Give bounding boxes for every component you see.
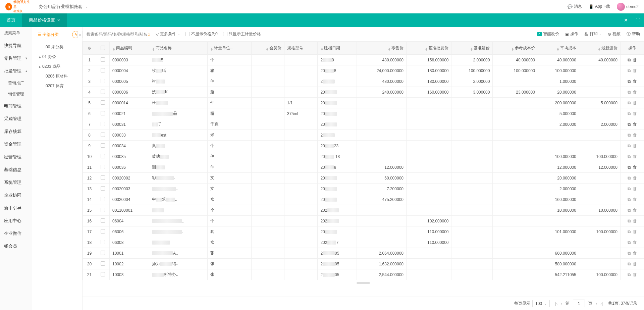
cell-check[interactable] bbox=[96, 98, 110, 108]
table-row[interactable]: 1400020004中笔..盒20475.200000160.000000⧉🗑 bbox=[83, 194, 644, 205]
sidebar-item[interactable]: 零售管理▼ bbox=[0, 52, 32, 65]
copy-icon[interactable]: ⧉ bbox=[628, 165, 631, 170]
search-icon[interactable]: ⌕ bbox=[148, 32, 150, 37]
account-dropdown-icon[interactable]: ⌄ bbox=[85, 5, 88, 8]
cell-check[interactable] bbox=[96, 216, 110, 226]
delete-icon[interactable]: 🗑 bbox=[633, 218, 637, 224]
cell-check[interactable] bbox=[96, 184, 110, 194]
col-name[interactable]: ▲▼商品名称 bbox=[149, 42, 207, 55]
search-input[interactable] bbox=[87, 32, 148, 37]
delete-icon[interactable]: 🗑 bbox=[633, 175, 637, 181]
table-row[interactable]: 6000021品瓶375mL205.000000⧉🗑 bbox=[83, 108, 644, 119]
print-button[interactable]: 🖶 打印 ⌄ bbox=[584, 31, 602, 37]
table-row[interactable]: 7000031子千克202.0000002.000000⧉🗑 bbox=[83, 119, 644, 130]
table-row[interactable]: 2010002扬力结..张2051,632.000000580.000000⧉🗑 bbox=[83, 259, 644, 269]
delete-icon[interactable]: 🗑 bbox=[633, 122, 637, 127]
more-filters-button[interactable]: ▽ 更多条件 ⌄ bbox=[156, 31, 180, 37]
col-gear[interactable]: ⚙ bbox=[83, 42, 96, 55]
col-code[interactable]: ▲▼商品编码 bbox=[110, 42, 149, 55]
copy-icon[interactable]: ⧉ bbox=[628, 240, 631, 245]
col-unit[interactable]: ▲▼计量单位... bbox=[207, 42, 251, 55]
table-row[interactable]: 11000036测件20812.00000012.00000012.000000… bbox=[83, 162, 644, 173]
copy-icon[interactable]: ⧉ bbox=[628, 229, 631, 235]
cell-check[interactable] bbox=[96, 162, 110, 173]
delete-icon[interactable]: 🗑 bbox=[633, 197, 637, 202]
copy-icon[interactable]: ⧉ bbox=[628, 154, 631, 159]
delete-icon[interactable]: 🗑 bbox=[633, 186, 637, 192]
close-icon[interactable]: ✕ bbox=[57, 18, 60, 22]
col-retail[interactable]: ▲▼零售价 bbox=[357, 42, 407, 55]
sidebar-sub-item[interactable]: 营销推广 bbox=[0, 78, 32, 89]
delete-icon[interactable]: 🗑 bbox=[633, 143, 637, 149]
table-row[interactable]: 1910001A..张2052,064.000000660.000000⧉🗑 bbox=[83, 248, 644, 259]
fullscreen-button[interactable]: ⛶ bbox=[632, 13, 644, 27]
table-row[interactable]: 2110003析特办..张2052,544.000000542.21105510… bbox=[83, 269, 644, 280]
col-wholesale[interactable]: ▲▼基准批发价 bbox=[407, 42, 451, 55]
table-row[interactable]: 1606004..个202102.000000⧉🗑 bbox=[83, 216, 644, 226]
copy-icon[interactable]: ⧉ bbox=[628, 261, 631, 267]
category-item[interactable]: 0206 原材料 bbox=[35, 71, 79, 81]
copy-icon[interactable]: ⧉ bbox=[628, 122, 631, 127]
cell-check[interactable] bbox=[96, 151, 110, 162]
cell-check[interactable] bbox=[96, 87, 110, 98]
operate-button[interactable]: ▣ 操作 bbox=[565, 31, 578, 37]
copy-icon[interactable]: ⧉ bbox=[628, 208, 631, 213]
pager-first[interactable]: |‹ bbox=[555, 301, 557, 306]
copy-icon[interactable]: ⧉ bbox=[628, 57, 631, 63]
table-row[interactable]: 8000033est米2⧉🗑 bbox=[83, 130, 644, 141]
category-item[interactable]: ▶01 办公 bbox=[35, 52, 79, 62]
cell-check[interactable] bbox=[96, 194, 110, 205]
delete-icon[interactable]: 🗑 bbox=[633, 68, 637, 73]
col-latest[interactable]: ▲▼最新进价 bbox=[579, 42, 620, 55]
cell-check[interactable] bbox=[96, 130, 110, 141]
copy-icon[interactable]: ⧉ bbox=[628, 68, 631, 73]
sidebar-item[interactable]: 采购管理 bbox=[0, 112, 32, 125]
pager-next[interactable]: › bbox=[596, 301, 597, 306]
copy-icon[interactable]: ⧉ bbox=[628, 251, 631, 256]
delete-icon[interactable]: 🗑 bbox=[633, 90, 637, 95]
copy-icon[interactable]: ⧉ bbox=[628, 186, 631, 192]
cell-check[interactable] bbox=[96, 76, 110, 87]
video-button[interactable]: ⊙ 视频 bbox=[608, 31, 621, 37]
delete-icon[interactable]: 🗑 bbox=[633, 208, 637, 213]
cell-check[interactable] bbox=[96, 248, 110, 259]
delete-icon[interactable]: 🗑 bbox=[633, 79, 637, 84]
per-page-select[interactable]: 100 ⌄ bbox=[532, 300, 550, 307]
sidebar-search[interactable]: 搜索菜单 bbox=[0, 27, 32, 39]
collapse-handle[interactable]: ‹‹ bbox=[77, 31, 83, 38]
delete-icon[interactable]: 🗑 bbox=[633, 272, 637, 277]
delete-icon[interactable]: 🗑 bbox=[633, 261, 637, 267]
table-row[interactable]: 9000034奥个2023⧉🗑 bbox=[83, 141, 644, 151]
table-row[interactable]: 1300020003..支207.2000002.000000⧉🗑 bbox=[83, 184, 644, 194]
sidebar-item[interactable]: 基础信息 bbox=[0, 163, 32, 176]
sidebar-item[interactable]: 电商管理 bbox=[0, 100, 32, 112]
messages-button[interactable]: 💬 消息 bbox=[568, 4, 582, 9]
delete-icon[interactable]: 🗑 bbox=[633, 57, 637, 63]
delete-icon[interactable]: 🗑 bbox=[633, 229, 637, 235]
copy-icon[interactable]: ⧉ bbox=[628, 218, 631, 224]
account-name[interactable]: 办公用品行业模拟账套 bbox=[39, 4, 83, 10]
sidebar-item[interactable]: 库存核算 bbox=[0, 125, 32, 138]
copy-icon[interactable]: ⧉ bbox=[628, 143, 631, 149]
cell-check[interactable] bbox=[96, 226, 110, 237]
col-check[interactable] bbox=[96, 42, 110, 55]
category-item[interactable]: ▶0203 成品 bbox=[35, 62, 79, 71]
tab-close-all-button[interactable]: ✕ bbox=[620, 13, 632, 27]
table-row[interactable]: 30000005衬件2480.000000180.0000002.0000001… bbox=[83, 76, 644, 87]
cell-check[interactable] bbox=[96, 237, 110, 248]
pager-prev[interactable]: ‹ bbox=[561, 301, 562, 306]
sidebar-item[interactable]: 新手引导 bbox=[0, 202, 32, 214]
cell-check[interactable] bbox=[96, 108, 110, 119]
sidebar-item[interactable]: 快捷导航 bbox=[0, 39, 32, 52]
copy-icon[interactable]: ⧉ bbox=[628, 79, 631, 84]
copy-icon[interactable]: ⧉ bbox=[628, 100, 631, 106]
col-vip[interactable]: ▲▼会员价 bbox=[252, 42, 284, 55]
delete-icon[interactable]: 🗑 bbox=[633, 154, 637, 159]
tab-price-settings[interactable]: 商品价格设置 ✕ bbox=[22, 13, 67, 27]
pager-page-input[interactable] bbox=[573, 300, 585, 307]
delete-icon[interactable]: 🗑 bbox=[633, 111, 637, 116]
sidebar-item[interactable]: 经营管理 bbox=[0, 151, 32, 163]
cell-check[interactable] bbox=[96, 259, 110, 269]
user-menu[interactable]: demo2 bbox=[617, 3, 639, 11]
delete-icon[interactable]: 🗑 bbox=[633, 251, 637, 256]
